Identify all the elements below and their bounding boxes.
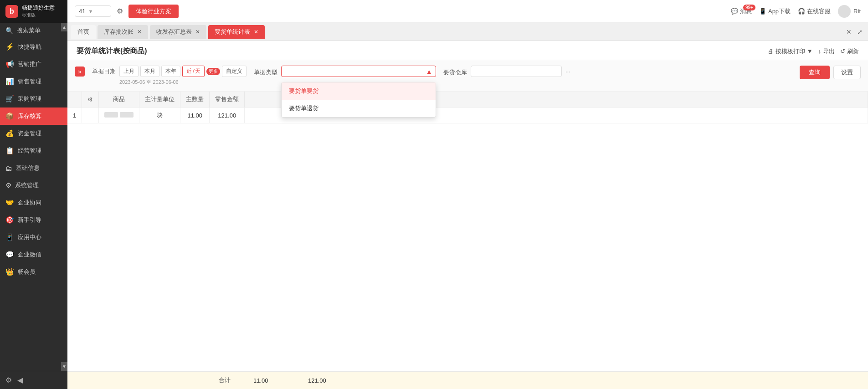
sidebar-item-label: 资金管理 xyxy=(18,129,41,138)
sidebar-item-wechat[interactable]: 💬 企业微信 xyxy=(0,246,67,263)
member-icon: 👑 xyxy=(5,268,14,276)
print-button[interactable]: 🖨 按模板打印 ▼ xyxy=(768,47,813,56)
topbar-left: 41 ▼ ⚙ 体验行业方案 xyxy=(75,5,179,18)
message-notification[interactable]: 💬 消息 99+ xyxy=(731,7,752,15)
sidebar-item-operations[interactable]: 📋 经营管理 xyxy=(0,142,67,159)
app-download[interactable]: 📱 App下载 xyxy=(759,7,791,15)
tab-close-all[interactable]: ✕ xyxy=(844,27,853,36)
tab-goods-stat[interactable]: 要货单统计表 ✕ xyxy=(208,25,265,39)
sidebar-item-label: 采购管理 xyxy=(18,95,41,103)
avatar xyxy=(838,5,851,18)
industry-button[interactable]: 体验行业方案 xyxy=(128,5,179,18)
refresh-icon: ↺ xyxy=(840,48,845,55)
date-more-badge[interactable]: 更多 xyxy=(206,68,220,75)
selector-arrow: ▼ xyxy=(88,9,93,14)
cell-index: 1 xyxy=(67,107,82,123)
inventory-icon: 📦 xyxy=(5,112,14,120)
date-btn-last-month[interactable]: 上月 xyxy=(119,66,139,77)
tab-inventory-batch-close[interactable]: ✕ xyxy=(137,29,142,35)
collapse-icon[interactable]: ◀ xyxy=(17,376,23,384)
date-btn-custom[interactable]: 自定义 xyxy=(222,66,247,77)
type-dropdown-menu: 要货单要货 要货单退货 xyxy=(281,82,436,118)
date-filter-group: 单据日期 上月 本月 本年 近7天 更多 自定义 2023-05-06 至 20… xyxy=(92,66,247,86)
user-name: Rit xyxy=(853,8,861,15)
settings-bottom-icon[interactable]: ⚙ xyxy=(5,376,12,384)
col-gear[interactable]: ⚙ xyxy=(82,92,99,107)
date-btn-this-month[interactable]: 本月 xyxy=(140,66,159,77)
footer-quantity: 11.00 xyxy=(253,377,308,384)
date-btn-7days[interactable]: 近7天 xyxy=(182,66,205,77)
tab-collect-summary-label: 收发存汇总表 xyxy=(156,28,192,36)
sidebar-item-label: 库存核算 xyxy=(18,112,41,120)
filter-expand-button[interactable]: » xyxy=(75,67,85,77)
query-button[interactable]: 查询 xyxy=(800,66,830,79)
sidebar-scroll-down[interactable]: ▼ xyxy=(61,362,67,371)
finance-icon: 💰 xyxy=(5,129,14,138)
dropdown-option-1[interactable]: 要货单要货 xyxy=(282,82,436,100)
export-button[interactable]: ↓ 导出 xyxy=(818,47,835,56)
content: 要货单统计表(按商品) 🖨 按模板打印 ▼ ↓ 导出 ↺ 刷新 » xyxy=(67,41,868,389)
type-select-input[interactable] xyxy=(281,66,436,77)
app-label: App下载 xyxy=(768,7,791,15)
sidebar-item-label: 经营管理 xyxy=(18,147,41,155)
tab-collect-summary-close[interactable]: ✕ xyxy=(195,29,200,35)
refresh-button[interactable]: ↺ 刷新 xyxy=(840,47,859,56)
company-selector[interactable]: 41 ▼ xyxy=(75,5,111,17)
marketing-icon: 📢 xyxy=(5,60,14,68)
dropdown-option-2[interactable]: 要货单退货 xyxy=(282,100,436,117)
sidebar-item-quick-nav[interactable]: ⚡ 快捷导航 xyxy=(0,38,67,56)
warehouse-input[interactable] xyxy=(471,66,562,77)
topbar-gear-button[interactable]: ⚙ xyxy=(117,7,123,15)
quick-nav-icon: ⚡ xyxy=(5,43,14,51)
sidebar-item-app-center[interactable]: 📱 应用中心 xyxy=(0,229,67,246)
export-icon: ↓ xyxy=(818,48,822,55)
col-index xyxy=(67,92,82,107)
type-label: 单据类型 xyxy=(254,67,277,77)
sidebar-item-inventory[interactable]: 📦 库存核算 xyxy=(0,107,67,125)
tab-home[interactable]: 首页 xyxy=(71,25,96,39)
col-amount: 零售金额 xyxy=(210,92,245,107)
sidebar-item-purchase[interactable]: 🛒 采购管理 xyxy=(0,90,67,107)
sidebar-item-marketing[interactable]: 📢 营销推广 xyxy=(0,56,67,73)
logo: b 畅捷通好生意 标准版 xyxy=(0,0,67,23)
type-dropdown-arrow[interactable]: ▲ xyxy=(426,68,432,75)
sidebar-item-label: 企业微信 xyxy=(18,251,41,259)
col-quantity: 主数量 xyxy=(180,92,210,107)
sidebar-item-finance[interactable]: 💰 资金管理 xyxy=(0,125,67,142)
sidebar-item-system[interactable]: ⚙ 系统管理 xyxy=(0,177,67,194)
operations-icon: 📋 xyxy=(5,147,14,155)
tabs-controls: ✕ ⤢ xyxy=(844,27,864,36)
user-info[interactable]: Rit xyxy=(838,5,861,18)
date-btn-this-year[interactable]: 本年 xyxy=(161,66,180,77)
guide-icon: 🎯 xyxy=(5,216,14,224)
sidebar-item-label: 快捷导航 xyxy=(18,43,41,51)
table-container: ⚙ 商品 主计量单位 主数量 零售金额 1 xyxy=(67,92,868,371)
col-unit: 主计量单位 xyxy=(139,92,180,107)
sidebar-item-base-info[interactable]: 🗂 基础信息 xyxy=(0,159,67,177)
table-header-row: ⚙ 商品 主计量单位 主数量 零售金额 xyxy=(67,92,868,107)
warehouse-more-icon[interactable]: ··· xyxy=(565,68,571,75)
page-actions: 🖨 按模板打印 ▼ ↓ 导出 ↺ 刷新 xyxy=(768,47,859,56)
system-icon: ⚙ xyxy=(5,181,11,189)
filter-settings-button[interactable]: 设置 xyxy=(833,66,861,79)
sidebar-item-label: 畅会员 xyxy=(18,268,36,276)
sidebar-item-sales[interactable]: 📊 销售管理 xyxy=(0,73,67,90)
page-header: 要货单统计表(按商品) 🖨 按模板打印 ▼ ↓ 导出 ↺ 刷新 xyxy=(67,41,868,60)
sidebar-bottom: ⚙ ◀ xyxy=(0,371,67,389)
cell-quantity: 11.00 xyxy=(180,107,210,123)
sidebar-item-enterprise[interactable]: 🤝 企业协同 xyxy=(0,194,67,211)
warehouse-filter-group: 要货仓库 ··· xyxy=(443,66,571,77)
tab-expand[interactable]: ⤢ xyxy=(855,27,864,36)
logo-icon: b xyxy=(5,5,18,18)
message-icon: 💬 xyxy=(731,8,738,15)
sidebar-item-label: 销售管理 xyxy=(18,77,41,86)
tab-collect-summary[interactable]: 收发存汇总表 ✕ xyxy=(150,25,206,39)
sidebar-item-guide[interactable]: 🎯 新手引导 xyxy=(0,211,67,229)
sidebar-scroll-up[interactable]: ▲ xyxy=(61,23,67,31)
online-service[interactable]: 🎧 在线客服 xyxy=(798,7,831,15)
sidebar-search[interactable]: 🔍 搜索菜单 xyxy=(0,23,67,38)
tab-goods-stat-close[interactable]: ✕ xyxy=(254,29,258,35)
logo-sub: 标准版 xyxy=(22,12,55,18)
tab-inventory-batch[interactable]: 库存批次账 ✕ xyxy=(98,25,148,39)
sidebar-item-member[interactable]: 👑 畅会员 xyxy=(0,263,67,281)
